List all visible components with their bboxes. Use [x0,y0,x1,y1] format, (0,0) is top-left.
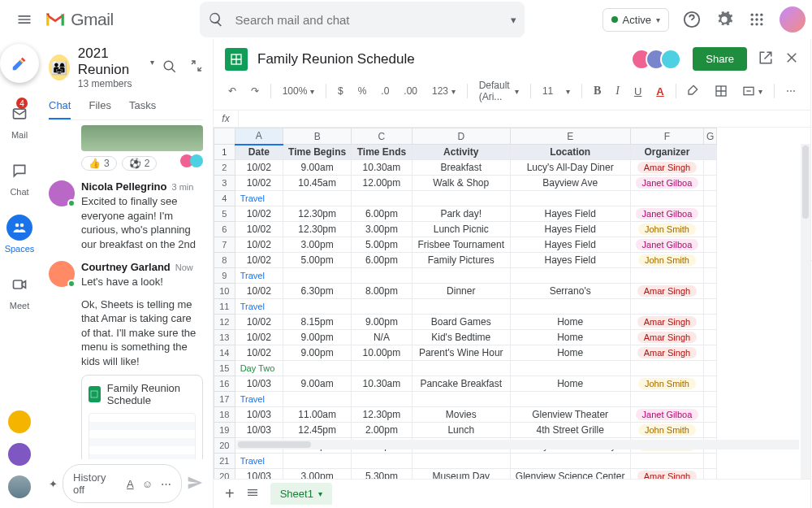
search-options-icon[interactable]: ▾ [511,14,516,26]
sheet-tab[interactable]: Sheet1 ▾ [270,483,332,505]
cell[interactable]: Date [235,145,283,160]
formula-bar[interactable] [238,111,810,127]
cell[interactable]: 5.30pm [352,469,412,480]
cell[interactable]: 10.30am [352,160,412,176]
cell[interactable]: Home [510,376,630,392]
cell[interactable]: 3.00pm [283,237,352,253]
italic-button[interactable]: I [612,82,623,100]
sheet-title[interactable]: Family Reunion Schedule [257,51,415,67]
cell[interactable] [704,407,717,423]
cell[interactable]: Family Pictures [412,253,510,268]
cell[interactable]: 9.00pm [352,315,412,330]
cell[interactable] [283,191,352,206]
col-header[interactable]: B [283,128,352,145]
cell[interactable]: 8.00pm [352,284,412,299]
cell[interactable] [630,361,704,376]
cell[interactable]: 3.00pm [352,222,412,237]
tab-files[interactable]: Files [89,99,110,119]
cell[interactable] [510,191,630,206]
space-title[interactable]: 2021 Reunion▾ [78,46,154,78]
row-header[interactable]: 21 [214,454,235,469]
cell[interactable]: Day Two [235,361,283,376]
cell[interactable] [704,284,717,299]
sender-avatar[interactable] [49,180,75,206]
row-header[interactable]: 8 [214,253,235,268]
cell[interactable]: Amar Singh [630,345,704,361]
cell[interactable] [704,299,717,315]
cell[interactable]: 8.15pm [283,315,352,330]
cell[interactable]: 12.30pm [283,222,352,237]
cell[interactable]: Travel [235,191,283,206]
borders-icon[interactable] [711,82,731,100]
cell[interactable] [630,191,704,206]
cell[interactable]: Parent's Wine Hour [412,345,510,361]
cell[interactable]: 9.00pm [283,345,352,361]
cell[interactable] [352,268,412,284]
cell[interactable] [412,392,510,407]
cell[interactable]: 12.30pm [352,407,412,423]
cell[interactable] [510,454,630,469]
rail-chat[interactable]: Chat [6,158,32,197]
reaction-soccer[interactable]: ⚽ 2 [122,156,158,171]
percent-format[interactable]: % [355,83,370,99]
cell[interactable]: Kid's Bedtime [412,330,510,345]
row-header[interactable]: 6 [214,222,235,237]
all-sheets-icon[interactable] [246,486,259,501]
send-icon[interactable] [187,475,203,493]
attached-image[interactable] [81,125,203,151]
chat-composer[interactable]: History off A ☺ ⋯ [63,464,182,503]
cell[interactable] [352,392,412,407]
format-icon[interactable]: A [127,478,134,490]
help-icon[interactable] [682,10,702,29]
row-header[interactable]: 3 [214,176,235,191]
cell[interactable]: 3.00pm [283,469,352,480]
horizontal-scrollbar[interactable] [236,440,799,449]
col-header[interactable]: E [510,128,630,145]
status-pill[interactable]: Active ▾ [603,8,669,32]
cell[interactable]: Hayes Field [510,222,630,237]
row-header[interactable]: 5 [214,206,235,222]
vertical-scrollbar[interactable] [801,144,810,479]
spreadsheet-grid[interactable]: A B C D E F G 1 Date Time Begins Time En… [214,128,717,479]
row-header[interactable]: 16 [214,376,235,392]
smart-compose-icon[interactable]: ✦ [49,478,58,490]
col-header[interactable]: G [704,128,717,145]
cell[interactable] [704,253,717,268]
cell[interactable]: John Smith [630,222,704,237]
row-header[interactable]: 20 [214,469,235,480]
dm-avatar-2[interactable] [8,443,31,466]
row-header[interactable]: 17 [214,392,235,407]
cell[interactable]: Home [510,315,630,330]
cell[interactable] [704,237,717,253]
cell[interactable] [704,222,717,237]
row-header[interactable]: 7 [214,237,235,253]
cell[interactable] [352,299,412,315]
cell[interactable]: Board Games [412,315,510,330]
cell[interactable] [510,361,630,376]
cell[interactable]: John Smith [630,376,704,392]
account-avatar[interactable] [780,7,806,33]
cell[interactable] [704,191,717,206]
cell[interactable] [704,160,717,176]
cell[interactable]: Walk & Shop [412,176,510,191]
cell[interactable]: Travel [235,392,283,407]
tab-tasks[interactable]: Tasks [129,99,156,119]
cell[interactable]: 9.00pm [283,330,352,345]
select-all-corner[interactable] [214,128,235,145]
more-icon[interactable]: ⋯ [161,478,171,490]
cell[interactable]: 10/02 [235,253,283,268]
cell[interactable]: 5.00pm [352,237,412,253]
cell[interactable]: John Smith [630,253,704,268]
cell[interactable] [704,176,717,191]
cell[interactable] [704,330,717,345]
cell[interactable]: Lucy's All-Day Diner [510,160,630,176]
cell[interactable] [704,376,717,392]
row-header[interactable]: 20 [214,438,235,454]
cell[interactable] [283,454,352,469]
col-header[interactable]: A [235,128,283,145]
collaborators[interactable] [637,49,681,70]
cell[interactable]: Dinner [412,284,510,299]
cell[interactable]: Janet Gilboa [630,206,704,222]
font-size[interactable]: 11 ▾ [539,83,573,99]
cell[interactable]: 5.00pm [283,253,352,268]
